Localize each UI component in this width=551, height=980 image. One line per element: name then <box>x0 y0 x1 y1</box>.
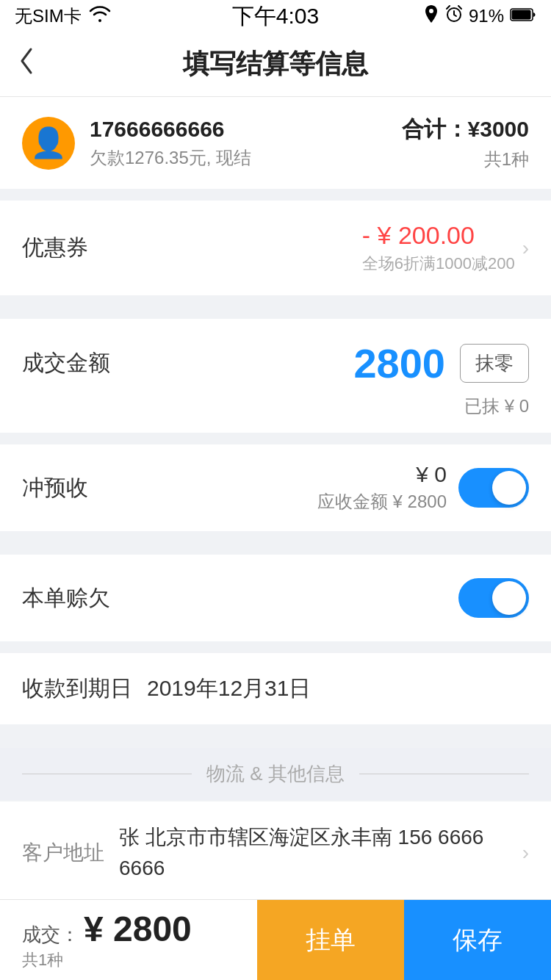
footer-deal-label: 成交： <box>22 922 79 948</box>
status-bar: 无SIM卡 下午4:03 91% <box>0 0 551 32</box>
alarm-icon <box>445 4 463 28</box>
coupon-info: - ¥ 200.00 全场6折满1000减200 <box>362 221 515 275</box>
status-right: 91% <box>423 4 536 28</box>
save-button[interactable]: 保存 <box>404 900 551 981</box>
separator-2 <box>0 543 551 555</box>
coupon-right: - ¥ 200.00 全场6折满1000减200 › <box>362 221 529 275</box>
address-label: 客户地址 <box>22 839 104 867</box>
address-content: 张 北京市市辖区海淀区永丰南 156 6666 6666 <box>119 822 508 884</box>
footer: 成交： ¥ 2800 共1种 挂单 保存 <box>0 899 551 980</box>
pending-button[interactable]: 挂单 <box>257 900 404 981</box>
coupon-arrow-icon: › <box>522 237 529 260</box>
avatar-icon: 👤 <box>30 126 67 160</box>
toggle-knob <box>492 471 526 505</box>
customer-left: 👤 17666666666 欠款1276.35元, 现结 <box>22 117 251 170</box>
svg-rect-3 <box>512 10 531 20</box>
total-amount: 合计：¥3000 <box>402 115 529 145</box>
customer-info: 17666666666 欠款1276.35元, 现结 <box>90 117 251 170</box>
charge-info: ¥ 0 应收金额 ¥ 2800 <box>317 462 447 514</box>
coupon-discount: - ¥ 200.00 <box>362 221 515 250</box>
nav-bar: 填写结算等信息 <box>0 32 551 97</box>
debt-row: 本单赊欠 <box>0 555 551 641</box>
footer-deal-count: 共1种 <box>22 949 235 971</box>
customer-phone: 17666666666 <box>90 117 251 142</box>
customer-debt: 欠款1276.35元, 现结 <box>90 146 251 170</box>
logistics-label: 物流 & 其他信息 <box>206 761 345 787</box>
logistics-section-header: 物流 & 其他信息 <box>0 748 551 800</box>
carrier-text: 无SIM卡 <box>15 4 82 28</box>
customer-total: 合计：¥3000 共1种 <box>402 115 529 171</box>
coupon-desc: 全场6折满1000减200 <box>362 253 515 275</box>
charge-amount: ¥ 0 <box>317 462 447 487</box>
footer-info: 成交： ¥ 2800 共1种 <box>0 909 257 971</box>
customer-info-row: 👤 17666666666 欠款1276.35元, 现结 合计：¥3000 共1… <box>0 97 551 189</box>
svg-point-0 <box>429 9 433 13</box>
location-icon <box>423 4 439 28</box>
amount-section: 成交金额 2800 抹零 已抹 ¥ 0 <box>0 319 551 433</box>
debt-toggle-knob <box>492 581 526 615</box>
charge-sub: 应收金额 ¥ 2800 <box>317 490 447 514</box>
separator-1 <box>0 307 551 319</box>
address-arrow-icon: › <box>522 841 529 865</box>
avatar: 👤 <box>22 117 75 170</box>
duedate-value: 2019年12月31日 <box>147 674 311 704</box>
footer-deal-row: 成交： ¥ 2800 <box>22 909 235 949</box>
status-left: 无SIM卡 <box>15 4 111 28</box>
address-row[interactable]: 客户地址 张 北京市市辖区海淀区永丰南 156 6666 6666 › <box>0 801 551 904</box>
debt-toggle[interactable] <box>458 578 529 618</box>
amount-row: 成交金额 2800 抹零 <box>0 319 551 394</box>
wifi-icon <box>89 6 111 26</box>
amount-label: 成交金额 <box>22 348 110 378</box>
charge-label: 冲预收 <box>22 473 88 503</box>
amount-right: 2800 抹零 <box>353 339 529 387</box>
coupon-row[interactable]: 优惠券 - ¥ 200.00 全场6折满1000减200 › <box>0 201 551 295</box>
duedate-row: 收款到期日 2019年12月31日 <box>0 653 551 724</box>
status-time: 下午4:03 <box>232 1 319 32</box>
back-button[interactable] <box>18 46 35 82</box>
charge-row: 冲预收 ¥ 0 应收金额 ¥ 2800 <box>0 444 551 531</box>
coupon-label: 优惠券 <box>22 233 88 263</box>
separator-3 <box>0 736 551 748</box>
page-title: 填写结算等信息 <box>183 46 368 82</box>
duedate-label: 收款到期日 <box>22 674 132 704</box>
battery-icon <box>510 6 536 26</box>
round-button[interactable]: 抹零 <box>460 344 529 383</box>
header-line-right <box>359 774 529 774</box>
debt-label: 本单赊欠 <box>22 583 110 613</box>
battery-text: 91% <box>469 6 504 26</box>
charge-toggle[interactable] <box>458 468 529 508</box>
header-line-left <box>22 774 192 774</box>
footer-deal-amount: ¥ 2800 <box>84 909 192 949</box>
content-area: 👤 17666666666 欠款1276.35元, 现结 合计：¥3000 共1… <box>0 97 551 980</box>
amount-sub: 已抹 ¥ 0 <box>0 394 551 433</box>
amount-value: 2800 <box>353 339 445 387</box>
charge-right: ¥ 0 应收金额 ¥ 2800 <box>317 462 529 514</box>
total-count: 共1种 <box>402 148 529 171</box>
